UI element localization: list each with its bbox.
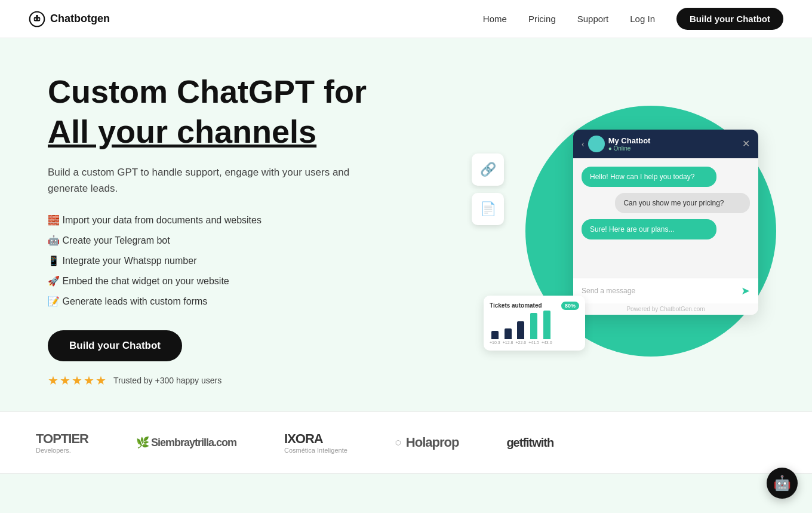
video-demo-section: VIDEO DEMO Learn how ChatbotGen works — [0, 474, 812, 513]
chat-widget-button[interactable]: 🤖 — [767, 468, 798, 499]
hero-illustration: 🔗 📄 ‹ My Chatbot ● Online ✕ Hello! How c… — [478, 94, 764, 368]
feature-2: 🤖 Create your Telegram bot — [48, 234, 382, 248]
chat-bubble-user-1: Can you show me your pricing? — [615, 193, 750, 213]
logo-holaprop: ⬡ Holaprop — [395, 435, 459, 450]
logo-getfitwith: getfitwith — [506, 436, 553, 450]
feature-3: 📱 Integrate your Whatspp number — [48, 254, 382, 268]
chat-header-info: My Chatbot ● Online — [608, 136, 651, 152]
chat-powered-by: Powered by ChatbotGen.com — [573, 303, 758, 315]
bar-label-2: +12.8 — [503, 340, 513, 345]
hero-features-list: 🧱 Import your data from documents and we… — [48, 213, 382, 309]
bar-3 — [517, 321, 524, 339]
svg-rect-4 — [36, 15, 38, 17]
logo-siembra: 🌿 Siembraytrilla.com — [136, 436, 236, 449]
chat-body: Hello! How can I help you today? Can you… — [573, 158, 758, 278]
hero-content: Custom ChatGPT for All your channels Bui… — [48, 74, 382, 388]
chat-close-icon[interactable]: ✕ — [742, 138, 750, 149]
chat-input-placeholder[interactable]: Send a message — [582, 287, 635, 295]
feature-5-emoji: 📝 — [48, 296, 60, 306]
logos-track: TOPTIERDevelopers. 🌿 Siembraytrilla.com … — [0, 431, 589, 454]
analytics-title: Tickets automated — [490, 302, 542, 309]
chat-avatar — [588, 136, 605, 152]
hero-cta-button[interactable]: Build your Chatbot — [48, 330, 182, 361]
bar-label-4: +41.5 — [528, 340, 539, 345]
analytics-chart: +10.3 +12.8 +22.6 +41.5 +43.0 — [490, 315, 579, 345]
source-icons: 🔗 📄 — [472, 153, 504, 225]
nav-pricing[interactable]: Pricing — [528, 14, 556, 24]
feature-1-emoji: 🧱 — [48, 215, 60, 225]
chat-status: ● Online — [608, 145, 651, 152]
feature-4: 🚀 Embed the chat widget on your website — [48, 274, 382, 288]
logo-ixora: IXORACosmética Inteligente — [284, 431, 347, 454]
pdf-icon-box: 📄 — [472, 193, 504, 225]
navbar: Chatbotgen Home Pricing Support Log In B… — [0, 0, 812, 38]
logo-text: Chatbotgen — [50, 13, 110, 25]
chat-send-icon[interactable]: ➤ — [741, 284, 750, 297]
back-arrow-icon: ‹ — [582, 139, 585, 149]
holaprop-hex-icon: ⬡ — [395, 439, 401, 447]
hero-trust-text: Trusted by +300 happy users — [113, 376, 222, 385]
bar-4 — [530, 313, 537, 339]
nav-links: Home Pricing Support Log In Build your C… — [483, 8, 783, 30]
hero-title-line2: All your channels — [48, 114, 382, 149]
chat-footer: Send a message ➤ — [573, 278, 758, 303]
nav-cta-button[interactable]: Build your Chatbot — [676, 8, 783, 30]
hero-title-line1: Custom ChatGPT for — [48, 74, 382, 109]
bar-2 — [505, 328, 512, 339]
hero-subtitle: Build a custom GPT to handle support, en… — [48, 164, 382, 196]
chat-bubble-bot-2: Sure! Here are our plans... — [582, 219, 716, 239]
logo-icon — [29, 11, 45, 27]
nav-home[interactable]: Home — [483, 14, 507, 24]
svg-point-2 — [35, 18, 36, 20]
hero-trust: ★★★★★ Trusted by +300 happy users — [48, 373, 382, 388]
nav-login[interactable]: Log In — [630, 14, 655, 24]
hero-section: Custom ChatGPT for All your channels Bui… — [0, 38, 812, 411]
hero-stars: ★★★★★ — [48, 373, 107, 388]
feature-2-emoji: 🤖 — [48, 235, 60, 245]
feature-4-emoji: 🚀 — [48, 276, 60, 286]
chat-title: My Chatbot — [608, 136, 651, 145]
chat-demo-window: ‹ My Chatbot ● Online ✕ Hello! How can I… — [573, 130, 758, 315]
nav-support[interactable]: Support — [577, 14, 609, 24]
analytics-badge: 80% — [561, 302, 579, 310]
logos-strip: TOPTIERDevelopers. 🌿 Siembraytrilla.com … — [0, 411, 812, 474]
analytics-header: Tickets automated 80% — [490, 302, 579, 310]
bar-5 — [543, 311, 550, 339]
link-icon-box: 🔗 — [472, 153, 504, 186]
feature-5: 📝 Generate leads with custom forms — [48, 294, 382, 309]
feature-1: 🧱 Import your data from documents and we… — [48, 213, 382, 228]
bar-label-1: +10.3 — [490, 340, 500, 345]
feature-3-emoji: 📱 — [48, 256, 60, 266]
bar-label-5: +43.0 — [542, 340, 552, 345]
chat-widget-icon: 🤖 — [773, 475, 791, 492]
svg-point-3 — [38, 18, 39, 20]
chat-bubble-bot-1: Hello! How can I help you today? — [582, 167, 716, 187]
bar-1 — [491, 331, 499, 339]
logo-toptier: TOPTIERDevelopers. — [36, 431, 88, 454]
bar-label-3: +22.6 — [515, 340, 526, 345]
analytics-card: Tickets automated 80% +10.3 +12.8 +22.6 — [484, 296, 585, 351]
chat-header: ‹ My Chatbot ● Online ✕ — [573, 130, 758, 158]
logo[interactable]: Chatbotgen — [29, 11, 110, 27]
